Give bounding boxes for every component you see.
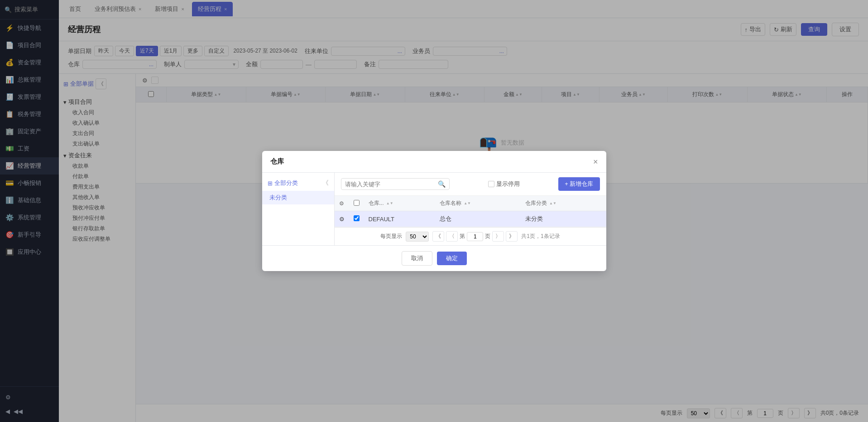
modal-header: 仓库 × (262, 151, 606, 173)
modal-sidebar-header: ⊞ 全部分类 《 (262, 177, 334, 191)
modal-toolbar: 🔍 显示停用 + 新增仓库 (335, 173, 606, 196)
modal-first-btn[interactable]: 《 (432, 231, 444, 242)
modal-next-btn[interactable]: 〉 (492, 231, 504, 242)
warehouse-modal: 仓库 × ⊞ 全部分类 《 未分类 (262, 151, 606, 271)
modal-table-wrap: ⚙ 仓库... ▲▼ 仓库名称 ▲▼ (335, 196, 606, 227)
modal-col-name-label: 仓库名称 (440, 200, 461, 206)
modal-table-body: ⚙ DEFAULT 总仓 未分类 (335, 211, 606, 227)
show-disabled-wrap: 显示停用 (488, 180, 520, 188)
modal-th-settings: ⚙ (335, 196, 349, 211)
cancel-button[interactable]: 取消 (402, 251, 432, 266)
modal-title: 仓库 (270, 157, 284, 166)
modal-all-label: 全部分类 (274, 179, 298, 187)
modal-table: ⚙ 仓库... ▲▼ 仓库名称 ▲▼ (335, 196, 606, 227)
modal-row-name: 总仓 (435, 211, 521, 227)
modal-search-wrap: 🔍 (341, 178, 450, 190)
modal-row-code: DEFAULT (364, 211, 435, 227)
modal-prev-btn[interactable]: 〈 (446, 231, 458, 242)
modal-total-info: 共1页，1条记录 (521, 233, 560, 240)
modal-pagination: 每页显示 50 100 《 〈 第 页 〉 》 共1页，1条记录 (335, 227, 606, 245)
modal-search-icon: 🔍 (438, 180, 446, 188)
modal-th-checkbox (349, 196, 364, 211)
modal-page-input[interactable] (467, 232, 483, 241)
show-disabled-checkbox[interactable] (488, 181, 494, 187)
modal-close-button[interactable]: × (593, 158, 598, 166)
confirm-button[interactable]: 确定 (437, 252, 467, 265)
add-warehouse-button[interactable]: + 新增仓库 (558, 177, 599, 191)
modal-sidebar-item-uncategorized[interactable]: 未分类 (262, 191, 334, 204)
modal-row-checkbox-input[interactable] (354, 215, 360, 221)
modal-table-row[interactable]: ⚙ DEFAULT 总仓 未分类 (335, 211, 606, 227)
row-settings-icon[interactable]: ⚙ (339, 216, 345, 223)
modal-sort-category: ▲▼ (549, 202, 556, 205)
modal-main: 🔍 显示停用 + 新增仓库 ⚙ (335, 173, 606, 245)
modal-sidebar-collapse-btn[interactable]: 《 (322, 179, 329, 187)
modal-table-head: ⚙ 仓库... ▲▼ 仓库名称 ▲▼ (335, 196, 606, 211)
modal-header-checkbox[interactable] (354, 200, 360, 206)
modal-row-settings: ⚙ (335, 211, 349, 227)
modal-overlay: 仓库 × ⊞ 全部分类 《 未分类 (0, 0, 868, 422)
modal-sidebar-scroll: 未分类 (262, 191, 334, 241)
modal-sort-name: ▲▼ (464, 202, 471, 205)
modal-page-size-label: 每页显示 (380, 233, 402, 240)
modal-settings-icon[interactable]: ⚙ (339, 200, 344, 207)
grid-icon-modal: ⊞ (268, 180, 273, 187)
modal-sidebar: ⊞ 全部分类 《 未分类 (262, 173, 335, 245)
modal-th-category: 仓库分类 ▲▼ (521, 196, 606, 211)
modal-col-category-label: 仓库分类 (525, 200, 547, 206)
modal-header-row: ⚙ 仓库... ▲▼ 仓库名称 ▲▼ (335, 196, 606, 211)
modal-body: ⊞ 全部分类 《 未分类 🔍 (262, 173, 606, 245)
show-disabled-label: 显示停用 (496, 180, 520, 188)
modal-sort-code: ▲▼ (386, 202, 393, 205)
modal-row-category: 未分类 (521, 211, 606, 227)
modal-page-end-word: 页 (485, 233, 490, 240)
modal-page-word: 第 (460, 233, 465, 240)
modal-sidebar-all-btn[interactable]: ⊞ 全部分类 (268, 179, 298, 187)
modal-th-code: 仓库... ▲▼ (364, 196, 435, 211)
modal-actions: 取消 确定 (262, 245, 606, 271)
modal-search-input[interactable] (345, 181, 435, 188)
modal-page-size-select[interactable]: 50 100 (406, 232, 429, 242)
modal-last-btn[interactable]: 》 (506, 231, 518, 242)
modal-row-checkbox (349, 211, 364, 227)
modal-pagination-controls: 《 〈 第 页 〉 》 (432, 231, 518, 242)
modal-th-name: 仓库名称 ▲▼ (435, 196, 521, 211)
modal-col-code-label: 仓库... (369, 200, 384, 206)
